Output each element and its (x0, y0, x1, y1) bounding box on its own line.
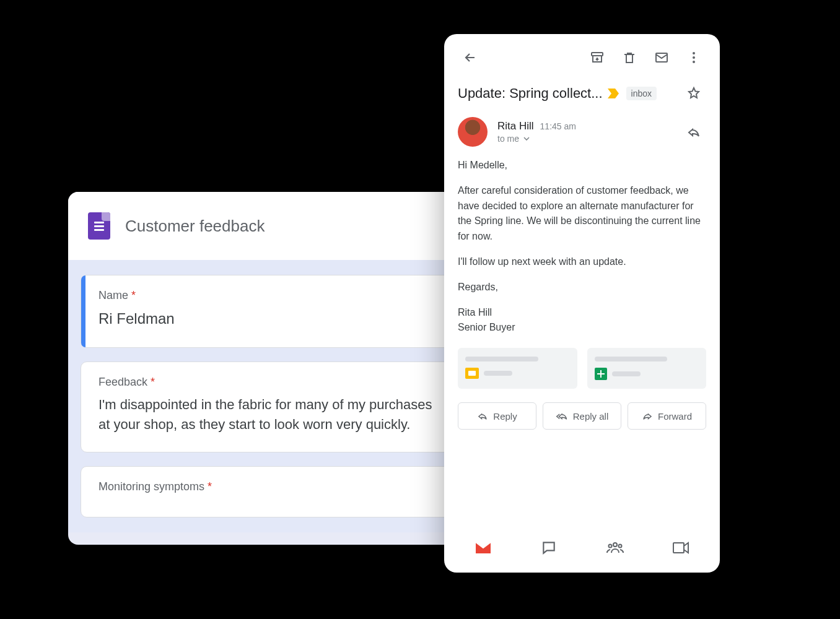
attachment-meta-placeholder (612, 371, 641, 376)
important-marker-icon[interactable] (608, 88, 621, 99)
reply-all-icon (556, 410, 568, 422)
reply-icon (477, 410, 488, 422)
email-subject: Update: Spring collect... (458, 85, 603, 102)
attachment-sheets[interactable] (587, 348, 707, 389)
question-label: Monitoring symptoms * (98, 480, 434, 493)
reply-all-button[interactable]: Reply all (543, 402, 621, 430)
forward-button[interactable]: Forward (628, 402, 706, 430)
email-body: Hi Medelle, After careful consideration … (444, 158, 720, 335)
forms-header: Customer feedback (68, 192, 465, 260)
nav-chat[interactable] (534, 535, 564, 560)
forms-body: Name * Ri Feldman Feedback * I'm disappo… (68, 260, 465, 532)
archive-button[interactable] (585, 45, 610, 70)
form-question-name[interactable]: Name * Ri Feldman (81, 275, 452, 348)
back-button[interactable] (458, 45, 483, 70)
email-greeting: Hi Medelle, (458, 158, 706, 173)
nav-mail[interactable] (468, 535, 498, 560)
question-label: Feedback * (98, 376, 434, 389)
email-signature: Rita Hill Senior Buyer (458, 305, 706, 336)
subject-row: Update: Spring collect... inbox (444, 76, 720, 115)
chat-icon (541, 540, 557, 556)
feedback-input[interactable]: I'm disappointed in the fabric for many … (98, 395, 434, 435)
form-title: Customer feedback (125, 217, 265, 236)
svg-point-5 (613, 543, 617, 547)
inbox-label-chip[interactable]: inbox (626, 87, 657, 100)
gmail-card: Update: Spring collect... inbox Rita Hil… (444, 34, 720, 573)
question-label: Name * (98, 289, 434, 302)
svg-point-6 (608, 545, 611, 548)
bottom-nav (444, 526, 720, 573)
svg-point-2 (693, 52, 695, 54)
video-icon (672, 541, 689, 555)
reply-icon-button[interactable] (681, 119, 706, 144)
svg-point-3 (693, 56, 695, 59)
recipient-dropdown[interactable]: to me (497, 134, 576, 144)
sender-time: 11:45 am (540, 121, 576, 131)
google-slides-icon (465, 368, 479, 379)
star-button[interactable] (681, 81, 706, 106)
nav-meet[interactable] (666, 535, 696, 560)
svg-point-4 (693, 61, 695, 63)
attachments-row (444, 335, 720, 400)
sender-avatar[interactable] (458, 117, 488, 147)
mail-icon (475, 541, 492, 555)
google-forms-icon (88, 212, 110, 240)
attachment-slides[interactable] (458, 348, 577, 389)
form-question-feedback[interactable]: Feedback * I'm disappointed in the fabri… (81, 361, 452, 452)
attachment-title-placeholder (595, 357, 668, 361)
mark-unread-button[interactable] (649, 45, 674, 70)
sender-row: Rita Hill 11:45 am to me (444, 115, 720, 158)
form-question-monitoring[interactable]: Monitoring symptoms * (81, 466, 452, 517)
email-paragraph: After careful consideration of customer … (458, 183, 706, 245)
google-sheets-icon (595, 368, 607, 380)
chevron-down-icon (523, 135, 530, 142)
nav-spaces[interactable] (600, 535, 630, 560)
forward-icon (642, 410, 653, 422)
reply-actions-row: Reply Reply all Forward (444, 400, 720, 438)
google-forms-card: Customer feedback Name * Ri Feldman Feed… (68, 192, 465, 545)
reply-button[interactable]: Reply (458, 402, 536, 430)
sender-name: Rita Hill (497, 120, 534, 132)
gmail-toolbar (444, 34, 720, 76)
svg-rect-8 (673, 543, 684, 553)
more-menu-button[interactable] (681, 45, 706, 70)
attachment-title-placeholder (465, 357, 538, 361)
email-closing: Regards, (458, 280, 706, 295)
email-paragraph: I'll follow up next week with an update. (458, 254, 706, 270)
delete-button[interactable] (617, 45, 642, 70)
svg-point-7 (618, 545, 621, 548)
people-icon (606, 540, 624, 555)
svg-rect-0 (592, 53, 603, 56)
name-input[interactable]: Ri Feldman (98, 308, 434, 330)
attachment-meta-placeholder (484, 371, 512, 376)
